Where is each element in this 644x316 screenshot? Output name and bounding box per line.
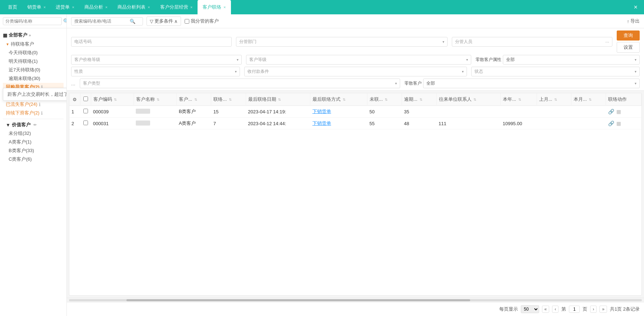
retail-attr-label: 零散客户属性	[476, 57, 501, 63]
sort-icon-last-date[interactable]: ⇅	[278, 98, 281, 102]
retail-customer-label: 零散客户	[404, 80, 422, 86]
row2-grid-icon[interactable]: ▦	[616, 121, 621, 126]
sidebar-item-class-b[interactable]: B类客户(33)	[3, 146, 64, 155]
filter-dots[interactable]: ...	[71, 81, 75, 86]
person-dots[interactable]: ···	[605, 39, 609, 44]
th-related-person-label: 往来单位联系人	[439, 96, 472, 102]
sort-icon-type[interactable]: ⇅	[194, 98, 197, 102]
row1-checkbox[interactable]	[83, 109, 88, 113]
nav-tab-customer-contact[interactable]: 客户联络 ×	[198, 0, 231, 14]
row1-link-icon[interactable]: 🔗	[608, 109, 614, 114]
nav-tab-customer-segment-close[interactable]: ×	[190, 5, 193, 9]
sidebar-item-tomorrow[interactable]: 明天待联络(1)	[3, 57, 64, 66]
row1-last-method-link[interactable]: 下销货单	[312, 109, 331, 114]
sidebar-item-7days[interactable]: 近7天待联络(0)	[3, 66, 64, 74]
export-button[interactable]: ↑ 导出	[627, 18, 640, 24]
sidebar-item-unclassified[interactable]: 未分组(32)	[3, 129, 64, 138]
scrollbar-thumb[interactable]	[126, 299, 470, 301]
query-button[interactable]: 查询	[617, 30, 640, 41]
page-input[interactable]	[569, 306, 580, 313]
sort-icon-name[interactable]: ⇅	[157, 98, 159, 102]
sidebar-item-today[interactable]: 今天待联络(0)	[3, 48, 64, 57]
filter-dept[interactable]: 分管部门 ▾	[236, 37, 448, 47]
sidebar-divider	[3, 119, 64, 119]
row1-action: 🔗 ▦	[606, 106, 641, 118]
sidebar-collapse-icon[interactable]: »	[29, 33, 31, 37]
nav-tab-sales-close[interactable]: ×	[43, 5, 46, 9]
retail-attr-arrow: ▾	[635, 58, 636, 62]
filter-price-level[interactable]: 客户价格等级 ▾	[71, 55, 242, 65]
table-settings-icon[interactable]: ⚙	[73, 97, 77, 102]
row2-link-icon[interactable]: 🔗	[608, 121, 614, 126]
sidebar-item-lost[interactable]: 已流失客户(24) ℹ	[3, 100, 64, 109]
filter-phone[interactable]: 电话号码	[71, 37, 232, 47]
sidebar-search-input[interactable]	[3, 17, 62, 25]
nav-tab-analysis[interactable]: 商品分析 ×	[79, 0, 112, 14]
customer-level-arrow: ▾	[466, 58, 468, 62]
nav-tab-sales[interactable]: 销货单 ×	[22, 0, 51, 14]
th-name-label: 客户名称	[136, 96, 155, 102]
th-last-method: 最后联络方式 ⇅	[310, 93, 367, 106]
page-first-btn[interactable]: «	[542, 306, 550, 313]
sidebar-all-customers[interactable]: ▦ 全部客户 »	[3, 30, 64, 40]
settings-button[interactable]: 设置	[617, 42, 640, 53]
nav-tab-analysis-list[interactable]: 商品分析列表 ×	[112, 0, 155, 14]
sort-icon-overdue[interactable]: ⇅	[420, 98, 422, 102]
nav-tab-purchase[interactable]: 进货单 ×	[51, 0, 79, 14]
row1-contact-count: 15	[211, 106, 246, 118]
sort-icon-last-method[interactable]: ⇅	[343, 98, 346, 102]
row1-grid-icon[interactable]: ▦	[616, 109, 621, 114]
window-close-button[interactable]: ×	[630, 4, 641, 11]
nav-tab-analysis-close[interactable]: ×	[105, 5, 107, 9]
nav-tab-sales-label: 销货单	[27, 4, 41, 10]
select-all-checkbox[interactable]	[83, 96, 88, 101]
page-last-btn[interactable]: »	[599, 306, 607, 313]
nav-tab-customer-segment-label: 客户分层经营	[160, 4, 188, 10]
edit-icon[interactable]: ✏	[33, 123, 37, 127]
tri-icon: ▼	[6, 42, 9, 46]
sidebar-search-icon[interactable]: 🔍	[63, 18, 67, 24]
nav-tab-analysis-list-close[interactable]: ×	[148, 5, 150, 9]
my-customers-checkbox[interactable]	[185, 19, 189, 24]
sidebar-item-declining[interactable]: 持续下滑客户(2) ℹ	[3, 109, 64, 117]
sort-icon-this-year[interactable]: ⇅	[518, 98, 521, 102]
per-page-select[interactable]: 50 20 100	[521, 305, 539, 313]
filter-retail-attr[interactable]: 全部 ▾	[503, 55, 640, 65]
payment-arrow: ▾	[462, 70, 464, 74]
sidebar-pending-contact-header[interactable]: ▼ 待联络客户	[3, 40, 64, 48]
horizontal-scrollbar[interactable]	[67, 298, 644, 302]
filter-status[interactable]: 状态 ▾	[471, 67, 640, 76]
more-conditions-btn[interactable]: ▽ 更多条件 ∧	[147, 16, 181, 26]
row2-checkbox[interactable]	[83, 121, 88, 125]
row2-last-method-link[interactable]: 下销货单	[312, 121, 331, 126]
sidebar-item-overdue[interactable]: 逾期未联络(30) 距客户上次交易时长，超过了此客户的平均交易周期的1.5倍，则…	[3, 74, 64, 83]
scrollbar-track[interactable]	[69, 299, 642, 301]
nav-tab-customer-segment[interactable]: 客户分层经营 ×	[155, 0, 198, 14]
filter-payment[interactable]: 收付款条件 ▾	[244, 67, 467, 76]
filter-person[interactable]: 分管人员 ···	[452, 37, 612, 47]
sort-icon-contact-count[interactable]: ⇅	[229, 98, 232, 102]
page-prev-btn[interactable]: ‹	[552, 306, 559, 313]
sort-icon-this-month[interactable]: ⇅	[589, 98, 592, 102]
sidebar-item-class-a[interactable]: A类客户(1)	[3, 138, 64, 146]
filter-retail-customer[interactable]: 全部 ▾	[423, 79, 640, 88]
nav-tab-purchase-close[interactable]: ×	[72, 5, 74, 9]
filter-customer-type[interactable]: 客户类型 ▾	[80, 79, 400, 88]
filter-search-icon[interactable]: 🔍	[130, 19, 135, 24]
nav-tab-home[interactable]: 首页	[3, 0, 22, 14]
sort-icon-last-month[interactable]: ⇅	[554, 98, 557, 102]
sidebar-item-class-c[interactable]: C类客户(6)	[3, 155, 64, 164]
sort-icon-code[interactable]: ⇅	[114, 98, 117, 102]
sort-icon-un-contact[interactable]: ⇅	[385, 98, 388, 102]
row1-last-date: 2023-04-17 14:19:	[246, 106, 310, 118]
sidebar-search-area: 🔍	[0, 14, 66, 28]
page-next-btn[interactable]: ›	[590, 306, 597, 313]
sidebar-value-customer-header[interactable]: ▼ 价值客户 ✏	[3, 121, 64, 129]
sort-icon-related-person[interactable]: ⇅	[473, 98, 476, 102]
filter-gender[interactable]: 性质 ▾	[71, 67, 240, 76]
price-level-arrow: ▾	[237, 58, 238, 62]
row2-related-person: 111	[436, 118, 501, 129]
nav-tab-customer-contact-close[interactable]: ×	[223, 5, 226, 9]
filter-customer-level[interactable]: 客户等级 ▾	[246, 55, 471, 65]
filter-search-input[interactable]	[74, 19, 128, 24]
